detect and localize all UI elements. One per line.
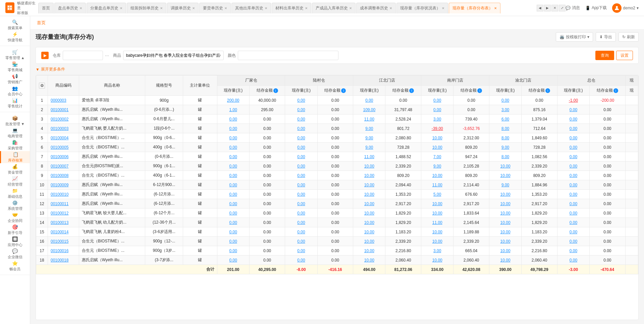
td-code[interactable]: 00100012 [48,209,79,218]
nav-tab-home[interactable]: 首页 [38,3,54,13]
tab-prev-btn[interactable]: ◀ [537,5,543,11]
sidebar-item-operations[interactable]: 📈 经营管理 [0,175,30,187]
td-yb-qty[interactable]: 8.00 [489,152,521,161]
td-na-qty[interactable]: 3.00 [421,114,453,124]
goods-input[interactable] [123,51,224,60]
td-f-qty[interactable]: 0.00 [217,143,249,152]
toggle-btn[interactable]: ▶ [41,52,49,59]
td-code[interactable]: 00100015 [48,237,79,246]
td-code[interactable]: 00100002 [48,114,79,124]
close-icon[interactable]: ✕ [160,6,163,10]
td-yb-qty[interactable]: 8.00 [489,133,521,143]
td-na-qty[interactable]: 11.00 [421,180,453,190]
close-icon[interactable]: ✕ [389,6,392,10]
td-f-qty[interactable]: 1.00 [217,105,249,114]
td-tot-qty[interactable]: 0.00 [557,143,589,152]
td-code[interactable]: 0000003 [48,96,79,105]
td-code[interactable]: 00100006 [48,152,79,161]
td-jb-qty[interactable]: 10.00 [353,218,385,227]
td-tot-qty[interactable]: 0.00 [557,124,589,133]
td-tot-qty[interactable]: 0.00 [557,152,589,161]
td-yb-qty[interactable]: 10.00 [489,199,521,209]
td-f-qty[interactable]: 0.00 [217,256,249,265]
nav-tab-5[interactable]: 要货单历史 ✕ [199,3,231,13]
td-yb-qty[interactable]: 10.00 [489,218,521,227]
td-f-qty[interactable]: 0.00 [217,124,249,133]
td-tot-qty[interactable]: 0.00 [557,199,589,209]
td-na-qty[interactable]: 9.00 [421,161,453,171]
nav-tab-6[interactable]: 其他出库单历史 ✕ [231,3,271,13]
td-l-qty[interactable]: 0.00 [285,237,317,246]
td-jb-qty[interactable]: 11.00 [353,114,385,124]
nav-home[interactable]: 首页 [36,16,47,30]
td-l-qty[interactable]: 0.00 [285,161,317,171]
td-yb-qty[interactable]: 10.00 [489,256,521,265]
sidebar-item-guide[interactable]: 🎯 新手引导 [0,224,30,236]
close-icon[interactable]: ✕ [120,6,122,10]
td-yb-qty[interactable]: 3.00 [489,105,521,114]
td-jb-qty[interactable]: 10.00 [353,190,385,199]
tab-expand-btn[interactable]: ⤢ [559,5,566,11]
td-na-qty[interactable]: -39.00 [421,124,453,133]
td-jb-qty[interactable]: 10.00 [353,256,385,265]
user-profile-btn[interactable]: demo2 ▾ [612,3,639,13]
close-icon[interactable]: ✕ [79,6,82,10]
td-code[interactable]: 00100009 [48,180,79,190]
sidebar-item-retail-mall[interactable]: 🏪 零售商城 [0,61,30,73]
td-l-qty[interactable]: 0.00 [285,199,317,209]
sidebar-item-search[interactable]: 🔍 搜索英单 [0,19,30,31]
sidebar-item-apps[interactable]: 🔲 应用中心 [0,236,30,248]
td-code[interactable]: 00100016 [48,246,79,256]
td-tot-qty[interactable]: 0.00 [557,227,589,237]
td-f-qty[interactable]: 0.00 [217,227,249,237]
color-input[interactable] [238,51,338,60]
td-f-qty[interactable]: 0.00 [217,171,249,180]
sidebar-item-wholesale[interactable]: 📦 批发管理 ▼ [0,115,30,127]
td-jb-qty[interactable]: 9.00 [353,143,385,152]
td-tot-qty[interactable]: 0.00 [557,161,589,171]
td-f-qty[interactable]: 0.00 [217,199,249,209]
td-yb-qty[interactable]: 10.00 [489,237,521,246]
td-code[interactable]: 00100004 [48,133,79,143]
td-na-qty[interactable]: 10.00 [421,133,453,143]
td-jb-qty[interactable]: 10.00 [353,171,385,180]
td-na-qty[interactable]: 7.00 [421,152,453,161]
td-na-qty[interactable]: 10.00 [421,237,453,246]
td-tot-qty[interactable]: 0.00 [557,133,589,143]
sidebar-item-vip[interactable]: ⭐ 畅会员 [0,260,30,272]
td-code[interactable]: 00100010 [48,190,79,199]
nav-tab-3[interactable]: 组装拆卸单历史 ✕ [127,3,166,13]
td-f-qty[interactable]: 0.00 [217,180,249,190]
td-l-qty[interactable]: 0.00 [285,180,317,190]
app-download-btn[interactable]: 📱 App下载 [585,5,607,11]
f-amt-info-icon[interactable]: i [273,88,278,93]
sidebar-item-members[interactable]: 👥 会员中心 [0,85,30,97]
td-jb-qty[interactable]: 10.00 [353,209,385,218]
td-jb-qty[interactable]: 10.00 [353,246,385,256]
td-code[interactable]: 00100008 [48,171,79,180]
nav-tab-4[interactable]: 调拨单历史 ✕ [167,3,199,13]
td-na-qty[interactable]: 10.00 [421,199,453,209]
td-na-qty[interactable]: 3.00 [421,246,453,256]
td-yb-qty[interactable]: 10.00 [489,161,521,171]
warehouse-input[interactable] [63,51,103,60]
sidebar-item-purchase[interactable]: 🛍️ 采购管理 [0,139,30,151]
td-l-qty[interactable]: 0.00 [285,190,317,199]
td-l-qty[interactable]: 0.00 [285,171,317,180]
sidebar-item-inventory[interactable]: 📋 库存核算 [0,151,30,163]
td-code[interactable]: 00100005 [48,143,79,152]
td-f-qty[interactable]: 0.00 [217,246,249,256]
close-icon[interactable]: ✕ [192,6,195,10]
td-l-qty[interactable]: 0.00 [285,133,317,143]
td-f-qty[interactable]: 0.00 [217,152,249,161]
sidebar-item-system[interactable]: ⚙️ 系统管理 [0,199,30,212]
td-na-qty[interactable]: 10.00 [421,256,453,265]
td-yb-qty[interactable]: 9.00 [489,143,521,152]
print-btn[interactable]: 🖨️ 按模板打印 ▾ [556,32,593,42]
close-icon[interactable]: ✕ [349,6,352,10]
td-code[interactable]: 00100018 [48,256,79,265]
td-yb-qty[interactable]: 10.00 [489,227,521,237]
td-l-qty[interactable]: 0.00 [285,256,317,265]
td-l-qty[interactable]: 0.00 [285,218,317,227]
td-f-qty[interactable]: 200.00 [217,96,249,105]
